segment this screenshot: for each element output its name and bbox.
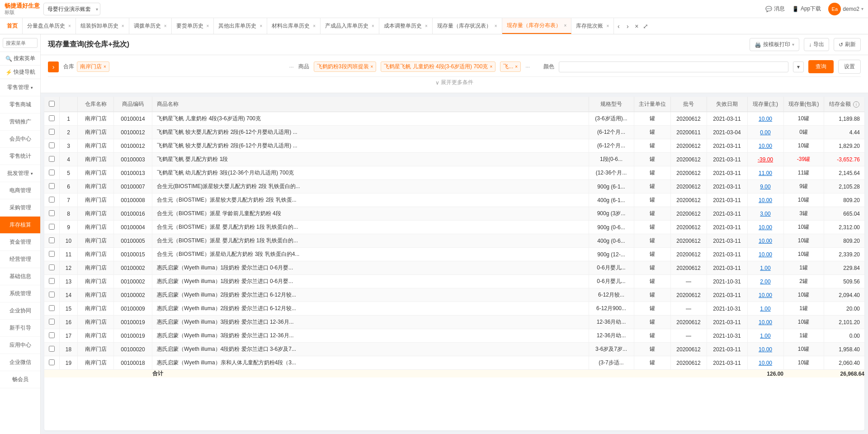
row-checkbox-3[interactable] bbox=[49, 156, 55, 162]
select-all-checkbox[interactable] bbox=[49, 101, 55, 107]
tab-requisition[interactable]: 要货单历史 × bbox=[172, 18, 214, 34]
sidebar-item-member[interactable]: 会员中心 bbox=[0, 131, 40, 148]
row-qty-main-8[interactable]: 10.00 bbox=[747, 221, 783, 234]
tab-inventory-status[interactable]: 现存量（库存状况表） × bbox=[433, 18, 502, 34]
row-check-17[interactable] bbox=[44, 343, 60, 356]
sidebar-item-search-menu[interactable]: 🔍 搜索英单 bbox=[0, 52, 40, 66]
row-qty-main-12[interactable]: 2.00 bbox=[747, 275, 783, 288]
print-btn[interactable]: 🖨️ 按模板打印 ▾ bbox=[750, 38, 799, 51]
goods-tag-2-close[interactable]: × bbox=[490, 64, 492, 69]
tab-fullscreen-btn[interactable]: ⤢ bbox=[641, 22, 650, 31]
sidebar-item-basic[interactable]: 基础信息 bbox=[0, 268, 40, 285]
row-qty-main-17[interactable]: 10.00 bbox=[747, 343, 783, 356]
tab-other-out[interactable]: 其他出库单历史 × bbox=[214, 18, 267, 34]
row-check-9[interactable] bbox=[44, 234, 60, 248]
row-check-6[interactable] bbox=[44, 193, 60, 207]
app-download-btn[interactable]: 📱 App下载 bbox=[792, 5, 821, 13]
row-qty-main-0[interactable]: 10.00 bbox=[747, 112, 783, 126]
sidebar-item-guide[interactable]: 新手引导 bbox=[0, 320, 40, 337]
row-checkbox-7[interactable] bbox=[49, 210, 55, 216]
tab-home[interactable]: 首页 bbox=[2, 18, 23, 34]
row-qty-main-14[interactable]: 1.00 bbox=[747, 302, 783, 316]
tab-next-btn[interactable]: › bbox=[623, 22, 632, 31]
row-checkbox-12[interactable] bbox=[49, 278, 55, 284]
row-checkbox-1[interactable] bbox=[49, 129, 55, 135]
row-qty-main-2[interactable]: 10.00 bbox=[747, 139, 783, 153]
sidebar-item-retail[interactable]: 零售管理 ▾ bbox=[0, 79, 40, 96]
tab-split-inventory[interactable]: 分量盘点单历史 × bbox=[23, 18, 76, 34]
row-checkbox-5[interactable] bbox=[49, 183, 55, 189]
row-check-5[interactable] bbox=[44, 180, 60, 193]
warehouse-tag-close[interactable]: × bbox=[104, 64, 106, 69]
row-checkbox-11[interactable] bbox=[49, 264, 55, 270]
tab-disassemble[interactable]: 组装拆卸单历史 × bbox=[76, 18, 129, 34]
export-btn[interactable]: ↓ 导出 bbox=[804, 38, 829, 51]
sidebar-item-inventory[interactable]: 库存核算 bbox=[0, 217, 40, 234]
tab-close-product-in[interactable]: × bbox=[372, 24, 374, 28]
tab-close-batch-account[interactable]: × bbox=[606, 24, 609, 28]
sidebar-item-vip[interactable]: 畅会员 bbox=[0, 371, 40, 388]
row-qty-main-1[interactable]: 0.00 bbox=[747, 126, 783, 139]
sidebar-item-apps[interactable]: 应用中心 bbox=[0, 337, 40, 354]
row-check-13[interactable] bbox=[44, 288, 60, 302]
row-checkbox-9[interactable] bbox=[49, 237, 55, 243]
sidebar-item-wholesale[interactable]: 批发管理 ▾ bbox=[0, 165, 40, 182]
tab-close-all-btn[interactable]: × bbox=[632, 22, 641, 31]
user-area[interactable]: Ea demo2 ▾ bbox=[828, 3, 863, 15]
sidebar-item-shortcuts[interactable]: ⚡ 快捷导航 bbox=[0, 66, 40, 79]
row-checkbox-4[interactable] bbox=[49, 170, 55, 175]
row-checkbox-8[interactable] bbox=[49, 224, 55, 230]
row-check-2[interactable] bbox=[44, 139, 60, 153]
row-check-8[interactable] bbox=[44, 221, 60, 234]
tab-close-other-out[interactable]: × bbox=[259, 24, 262, 28]
settings-btn[interactable]: 设置 bbox=[838, 60, 861, 74]
row-checkbox-16[interactable] bbox=[49, 332, 55, 338]
sidebar-item-enterprise[interactable]: 企业协同 bbox=[0, 302, 40, 320]
row-qty-main-9[interactable]: 10.00 bbox=[747, 234, 783, 248]
tab-product-in[interactable]: 产成品入库单历史 × bbox=[321, 18, 379, 34]
row-checkbox-17[interactable] bbox=[49, 346, 55, 352]
goods-tag-3-close[interactable]: × bbox=[515, 64, 518, 69]
tab-batch-account[interactable]: 库存批次账 × bbox=[571, 18, 614, 34]
tab-close-inventory-status[interactable]: × bbox=[495, 24, 497, 28]
goods-tag-1-close[interactable]: × bbox=[371, 64, 373, 69]
row-checkbox-6[interactable] bbox=[49, 197, 55, 203]
row-checkbox-13[interactable] bbox=[49, 292, 55, 297]
refresh-btn[interactable]: ↺ 刷新 bbox=[834, 38, 861, 51]
row-qty-main-18[interactable]: 10.00 bbox=[747, 356, 783, 370]
row-check-16[interactable] bbox=[44, 329, 60, 343]
row-check-14[interactable] bbox=[44, 302, 60, 316]
sidebar-item-system[interactable]: 系统管理 bbox=[0, 285, 40, 302]
row-check-18[interactable] bbox=[44, 356, 60, 370]
sidebar-item-business[interactable]: 经营管理 bbox=[0, 251, 40, 268]
color-input[interactable] bbox=[559, 61, 788, 72]
sidebar-item-retail-shop[interactable]: 零售商城 bbox=[0, 96, 40, 113]
tab-mix[interactable]: 调拨单历史 × bbox=[129, 18, 172, 34]
sidebar-item-wechat[interactable]: 企业微信 bbox=[0, 354, 40, 371]
tab-inventory-dist[interactable]: 现存量（库存分布表） × bbox=[502, 18, 572, 34]
row-qty-main-6[interactable]: 10.00 bbox=[747, 193, 783, 207]
warehouse-ellipsis[interactable]: ··· bbox=[289, 64, 294, 70]
row-qty-main-7[interactable]: 3.00 bbox=[747, 207, 783, 221]
row-check-4[interactable] bbox=[44, 166, 60, 180]
tab-close-requisition[interactable]: × bbox=[207, 24, 209, 28]
account-select-wrapper[interactable]: 母婴行业演示账套 bbox=[43, 3, 100, 15]
account-dropdown[interactable]: 母婴行业演示账套 bbox=[43, 3, 100, 15]
row-qty-main-15[interactable]: 10.00 bbox=[747, 316, 783, 329]
tab-prev-btn[interactable]: ‹ bbox=[614, 22, 623, 31]
row-qty-main-10[interactable]: 10.00 bbox=[747, 248, 783, 261]
tab-material-out[interactable]: 材料出库单历史 × bbox=[267, 18, 321, 34]
row-checkbox-0[interactable] bbox=[49, 115, 55, 121]
row-qty-main-4[interactable]: 11.00 bbox=[747, 166, 783, 180]
row-qty-main-16[interactable]: 1.00 bbox=[747, 329, 783, 343]
tab-close-inventory-dist[interactable]: × bbox=[564, 23, 567, 28]
goods-ellipsis[interactable]: ··· bbox=[525, 64, 530, 70]
row-check-10[interactable] bbox=[44, 248, 60, 261]
row-check-15[interactable] bbox=[44, 316, 60, 329]
sidebar-item-retail-stats[interactable]: 零售统计 bbox=[0, 148, 40, 165]
amount-info-icon[interactable]: i bbox=[853, 101, 859, 108]
search-input[interactable] bbox=[3, 38, 38, 48]
tab-close-split-inventory[interactable]: × bbox=[68, 24, 71, 28]
row-checkbox-2[interactable] bbox=[49, 142, 55, 148]
tab-close-disassemble[interactable]: × bbox=[122, 24, 124, 28]
